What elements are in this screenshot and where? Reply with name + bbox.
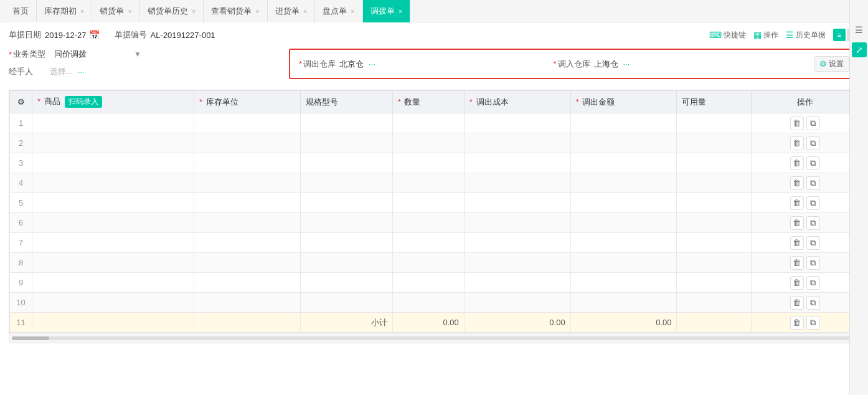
- copy-row-icon[interactable]: ⧉: [806, 136, 820, 150]
- quantity-cell[interactable]: [392, 293, 464, 313]
- delete-row-icon[interactable]: 🗑: [790, 296, 804, 310]
- product-cell[interactable]: [32, 133, 194, 153]
- unit-cell[interactable]: [194, 253, 301, 273]
- quantity-cell[interactable]: [392, 253, 464, 273]
- quantity-cell[interactable]: [392, 153, 464, 173]
- spec-cell[interactable]: [300, 293, 392, 313]
- tab-sales-history[interactable]: 销货单历史 ×: [140, 0, 204, 22]
- tab-close-sales-order[interactable]: ×: [128, 7, 131, 15]
- settings-button[interactable]: ⚙ 设置: [814, 56, 849, 72]
- delete-icon[interactable]: 🗑: [790, 316, 804, 330]
- product-cell[interactable]: [32, 293, 194, 313]
- copy-row-icon[interactable]: ⧉: [806, 117, 820, 130]
- copy-row-icon[interactable]: ⧉: [806, 256, 820, 270]
- quantity-cell[interactable]: [392, 273, 464, 293]
- transfer-amount-cell[interactable]: [570, 273, 677, 293]
- tab-sales-order[interactable]: 销货单 ×: [92, 0, 139, 22]
- transfer-amount-cell[interactable]: [570, 113, 677, 133]
- unit-cell[interactable]: [194, 113, 301, 133]
- tab-stocktake[interactable]: 盘点单 ×: [315, 0, 362, 22]
- tab-view-sales[interactable]: 查看销货单 ×: [204, 0, 267, 22]
- available-cell[interactable]: [677, 173, 752, 193]
- transfer-cost-cell[interactable]: [464, 273, 570, 293]
- shortcut-action[interactable]: ⌨ 快捷键: [709, 30, 746, 40]
- delete-row-icon[interactable]: 🗑: [790, 256, 804, 270]
- spec-cell[interactable]: [300, 233, 392, 253]
- transfer-cost-cell[interactable]: [464, 133, 570, 153]
- transfer-cost-cell[interactable]: [464, 113, 570, 133]
- transfer-cost-cell[interactable]: [464, 233, 570, 253]
- quantity-cell[interactable]: [392, 113, 464, 133]
- tab-purchase-order[interactable]: 进货单 ×: [268, 0, 315, 22]
- tab-close-view-sales[interactable]: ×: [255, 7, 259, 15]
- sidebar-expand-btn[interactable]: ⤢: [852, 42, 867, 57]
- delete-row-icon[interactable]: 🗑: [790, 196, 804, 210]
- transfer-amount-cell[interactable]: [570, 233, 677, 253]
- transfer-amount-cell[interactable]: [570, 193, 677, 213]
- manager-ellipsis[interactable]: ···: [78, 67, 85, 77]
- spec-cell[interactable]: [300, 213, 392, 233]
- available-cell[interactable]: [677, 293, 752, 313]
- scroll-area[interactable]: [9, 333, 859, 343]
- product-cell[interactable]: [32, 153, 194, 173]
- transfer-amount-cell[interactable]: [570, 153, 677, 173]
- spec-cell[interactable]: [300, 193, 392, 213]
- quantity-cell[interactable]: [392, 133, 464, 153]
- unit-cell[interactable]: [194, 193, 301, 213]
- tab-home[interactable]: 首页: [5, 0, 37, 22]
- tab-inventory-init[interactable]: 库存期初 ×: [37, 0, 92, 22]
- transfer-cost-cell[interactable]: [464, 253, 570, 273]
- delete-row-icon[interactable]: 🗑: [790, 176, 804, 190]
- calendar-icon[interactable]: 📅: [89, 30, 100, 40]
- copy-row-icon[interactable]: ⧉: [806, 156, 820, 170]
- unit-cell[interactable]: [194, 293, 301, 313]
- transfer-cost-cell[interactable]: [464, 213, 570, 233]
- manager-placeholder[interactable]: 选择...: [50, 66, 73, 77]
- operation-action[interactable]: ▦ 操作: [753, 30, 778, 40]
- warehouse-in-ellipsis[interactable]: ···: [623, 59, 630, 69]
- transfer-amount-cell[interactable]: [570, 133, 677, 153]
- copy-icon[interactable]: ⧉: [806, 316, 820, 330]
- unit-cell[interactable]: [194, 153, 301, 173]
- tab-close-transfer[interactable]: ×: [399, 7, 402, 15]
- spec-cell[interactable]: [300, 153, 392, 173]
- warehouse-out-ellipsis[interactable]: ···: [369, 59, 375, 69]
- transfer-cost-cell[interactable]: [464, 173, 570, 193]
- unit-cell[interactable]: [194, 233, 301, 253]
- layout-btn-1[interactable]: ≡: [833, 29, 846, 41]
- available-cell[interactable]: [677, 153, 752, 173]
- unit-cell[interactable]: [194, 173, 301, 193]
- delete-row-icon[interactable]: 🗑: [790, 276, 804, 290]
- spec-cell[interactable]: [300, 113, 392, 133]
- delete-row-icon[interactable]: 🗑: [790, 117, 804, 130]
- spec-cell[interactable]: [300, 133, 392, 153]
- spec-cell[interactable]: [300, 173, 392, 193]
- warehouse-out-value[interactable]: 北京仓: [339, 59, 364, 70]
- warehouse-in-value[interactable]: 上海仓: [594, 59, 618, 70]
- th-settings[interactable]: ⚙: [10, 91, 32, 113]
- copy-row-icon[interactable]: ⧉: [806, 176, 820, 190]
- product-cell[interactable]: [32, 253, 194, 273]
- tab-close-stocktake[interactable]: ×: [351, 7, 354, 15]
- transfer-cost-cell[interactable]: [464, 153, 570, 173]
- transfer-cost-cell[interactable]: [464, 293, 570, 313]
- available-cell[interactable]: [677, 233, 752, 253]
- quantity-cell[interactable]: [392, 173, 464, 193]
- copy-row-icon[interactable]: ⧉: [806, 236, 820, 250]
- unit-cell[interactable]: [194, 213, 301, 233]
- copy-row-icon[interactable]: ⧉: [806, 296, 820, 310]
- product-cell[interactable]: [32, 173, 194, 193]
- quantity-cell[interactable]: [392, 233, 464, 253]
- available-cell[interactable]: [677, 113, 752, 133]
- scan-entry-button[interactable]: 扫码录入: [65, 96, 102, 108]
- delete-row-icon[interactable]: 🗑: [790, 216, 804, 230]
- available-cell[interactable]: [677, 193, 752, 213]
- delete-row-icon[interactable]: 🗑: [790, 156, 804, 170]
- scrollbar-thumb[interactable]: [12, 336, 49, 340]
- spec-cell[interactable]: [300, 273, 392, 293]
- tab-close-sales-history[interactable]: ×: [192, 7, 196, 15]
- available-cell[interactable]: [677, 133, 752, 153]
- unit-cell[interactable]: [194, 273, 301, 293]
- tab-transfer[interactable]: 调拨单 ×: [363, 0, 410, 22]
- delete-row-icon[interactable]: 🗑: [790, 136, 804, 150]
